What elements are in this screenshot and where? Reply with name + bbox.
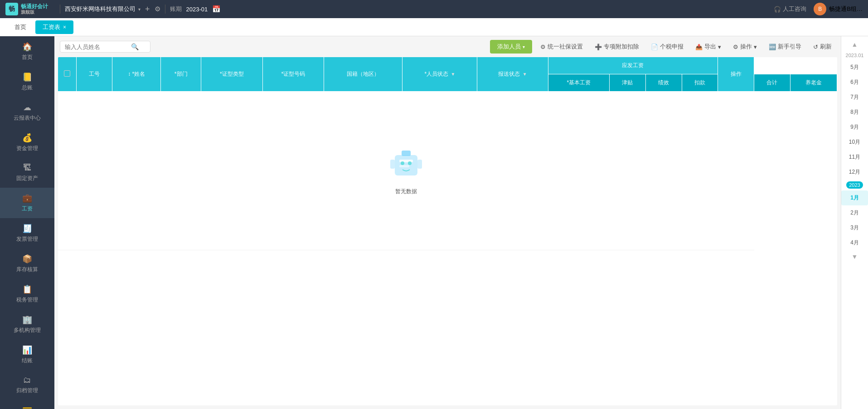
sidebar-label-invoice: 发票管理 <box>16 235 38 243</box>
sidebar-item-inventory[interactable]: 📦 库存核算 <box>0 248 54 279</box>
service-label: 人工咨询 <box>783 5 806 13</box>
sidebar-item-close[interactable]: 📊 结账 <box>0 340 54 370</box>
newbie-action[interactable]: 🆕 新手引导 <box>765 41 805 53</box>
calendar-down-icon[interactable]: ▼ <box>849 250 861 263</box>
calendar-month-1[interactable]: 1月 <box>841 190 868 205</box>
funds-icon: 💰 <box>22 133 32 143</box>
sidebar-item-ledger[interactable]: 📒 总账 <box>0 67 54 97</box>
operate-chevron-icon: ▾ <box>754 44 757 50</box>
col-dept-header: *部门 <box>161 57 201 91</box>
calendar-month-6[interactable]: 6月 <box>841 75 868 90</box>
tax-declare-icon: 📄 <box>651 44 658 50</box>
svg-rect-4 <box>390 160 395 169</box>
search-box[interactable]: 🔍 <box>60 41 150 53</box>
sidebar-item-home[interactable]: 🏠 首页 <box>0 36 54 67</box>
tab-close-icon[interactable]: × <box>63 24 66 30</box>
top-divider-2 <box>165 5 165 14</box>
tab-home[interactable]: 首页 <box>7 20 34 34</box>
svg-point-7 <box>408 161 412 165</box>
col-total-header: 合计 <box>754 74 790 92</box>
salary-icon: 💼 <box>22 193 32 203</box>
empty-state: 暂无数据 <box>58 119 754 223</box>
top-bar: 畅 畅通好会计 旗舰版 西安虾米网络科技有限公司 ▾ + ⚙ 账期 2023-0… <box>0 0 868 18</box>
sidebar-label-archive: 归档管理 <box>16 387 38 394</box>
status-filter-icon[interactable]: ▼ <box>451 72 455 77</box>
sidebar-item-assets[interactable]: 🏗 固定资产 <box>0 158 54 188</box>
sidebar-label-home: 首页 <box>22 54 33 61</box>
sidebar-label-multi: 多机构管理 <box>14 326 41 334</box>
content-area: 🔍 添加人员 ▾ ⚙ 统一社保设置 ➕ 专项附加扣除 📄 个税申报 <box>54 36 841 409</box>
select-all-checkbox[interactable] <box>64 70 70 77</box>
empty-row: 暂无数据 <box>58 91 837 250</box>
add-company-icon[interactable]: + <box>145 5 150 14</box>
operate-action[interactable]: ⚙ 操作 ▾ <box>729 41 761 53</box>
table-scroll-area: 工号 ↕ *姓名 *部门 *证型类型 *证型号码 国籍（地区） *人员状态 ▼ … <box>54 57 841 409</box>
col-status-header: *人员状态 ▼ <box>402 57 477 91</box>
calendar-month-7[interactable]: 7月 <box>841 90 868 105</box>
col-no-header: 工号 <box>76 57 112 91</box>
calendar-year-badge: 2023 <box>846 181 863 189</box>
sidebar-item-archive[interactable]: 🗂 归档管理 <box>0 370 54 400</box>
add-person-button[interactable]: 添加人员 ▾ <box>490 40 532 54</box>
col-check-header[interactable] <box>58 57 76 91</box>
svg-rect-3 <box>402 151 411 156</box>
sidebar-label-salary: 工资 <box>22 205 33 213</box>
sidebar-item-multi[interactable]: 🏢 多机构管理 <box>0 309 54 340</box>
col-idtype-header: *证型类型 <box>201 57 263 91</box>
refresh-action[interactable]: ↺ 刷新 <box>810 41 835 53</box>
tax-declare-action[interactable]: 📄 个税申报 <box>647 41 687 53</box>
sidebar-label-inventory: 库存核算 <box>16 266 38 273</box>
calendar-month-2[interactable]: 2月 <box>841 205 868 220</box>
newbie-icon: 🆕 <box>769 44 776 50</box>
invoice-icon: 🧾 <box>22 224 32 234</box>
col-allowance-header: 津贴 <box>610 74 646 92</box>
sidebar-item-salary[interactable]: 💼 工资 <box>0 188 54 218</box>
calendar-month-4[interactable]: 4月 <box>841 235 868 250</box>
calendar-up-icon[interactable]: ▲ <box>849 38 861 51</box>
settings-icon[interactable]: ⚙ <box>155 5 160 13</box>
archive-icon: 🗂 <box>23 375 31 385</box>
user-area[interactable]: B 畅捷通B组… <box>814 3 863 15</box>
newbie-label: 新手引导 <box>778 43 801 51</box>
social-settings-action[interactable]: ⚙ 统一社保设置 <box>537 41 587 53</box>
calendar-icon[interactable]: 📅 <box>212 5 221 13</box>
export-action[interactable]: 📤 导出 ▾ <box>692 41 725 53</box>
col-performance-header: 绩效 <box>645 74 682 92</box>
sidebar-item-expense[interactable]: 💳 小畅报销 <box>0 400 54 409</box>
calendar-month-5[interactable]: 5月 <box>841 60 868 75</box>
sidebar-label-ledger: 总账 <box>22 84 33 92</box>
service-button[interactable]: 🎧 人工咨询 <box>774 5 806 13</box>
tax-declare-label: 个税申报 <box>660 43 684 51</box>
logo-icon: 畅 <box>5 3 18 15</box>
calendar-month-3[interactable]: 3月 <box>841 220 868 235</box>
calendar-month-9[interactable]: 9月 <box>841 120 868 135</box>
calendar-month-12[interactable]: 12月 <box>841 165 868 180</box>
cloud-icon: ☁ <box>23 102 31 112</box>
top-divider-1 <box>60 5 60 14</box>
report-filter-icon[interactable]: ▼ <box>523 72 527 77</box>
company-selector[interactable]: 西安虾米网络科技有限公司 ▾ <box>65 5 141 13</box>
sidebar-item-invoice[interactable]: 🧾 发票管理 <box>0 218 54 248</box>
search-input[interactable] <box>65 44 128 50</box>
export-chevron-icon: ▾ <box>718 44 721 50</box>
operate-icon: ⚙ <box>733 44 738 50</box>
col-nation-header: 国籍（地区） <box>324 57 402 91</box>
sidebar-item-tax[interactable]: 📋 税务管理 <box>0 279 54 309</box>
company-dropdown-icon[interactable]: ▾ <box>138 7 141 12</box>
tab-salary[interactable]: 工资表 × <box>35 20 73 34</box>
sidebar-item-cloud[interactable]: ☁ 云报表中心 <box>0 97 54 127</box>
calendar-month-11[interactable]: 11月 <box>841 150 868 165</box>
deduct-icon: ➕ <box>595 44 602 50</box>
search-icon: 🔍 <box>131 43 139 50</box>
social-settings-label: 统一社保设置 <box>548 43 583 51</box>
calendar-month-8[interactable]: 8月 <box>841 105 868 120</box>
service-icon: 🎧 <box>774 6 781 13</box>
deduct-label: 专项附加扣除 <box>604 43 639 51</box>
deduct-action[interactable]: ➕ 专项附加扣除 <box>591 41 643 53</box>
calendar-month-10[interactable]: 10月 <box>841 135 868 150</box>
tab-salary-label: 工资表 <box>43 23 60 31</box>
home-icon: 🏠 <box>22 42 32 52</box>
toolbar: 🔍 添加人员 ▾ ⚙ 统一社保设置 ➕ 专项附加扣除 📄 个税申报 <box>54 36 841 57</box>
sidebar-item-funds[interactable]: 💰 资金管理 <box>0 127 54 158</box>
empty-state-icon <box>388 146 424 182</box>
